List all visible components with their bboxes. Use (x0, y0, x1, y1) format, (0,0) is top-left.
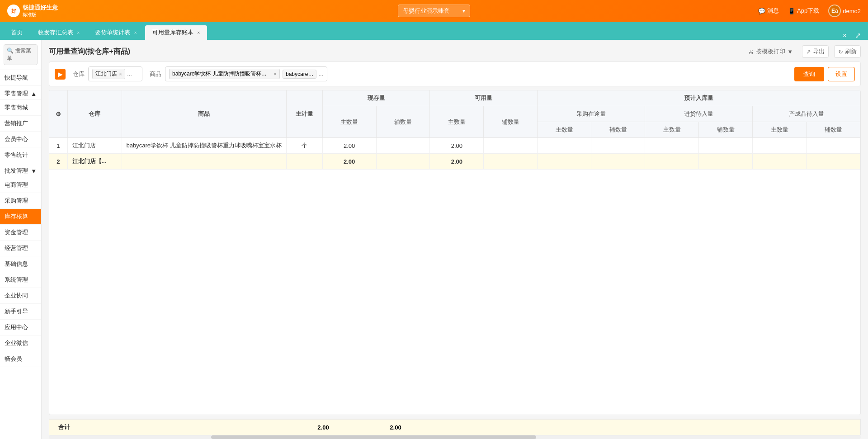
tab-collect-summary[interactable]: 收发存汇总表 × (31, 25, 87, 40)
product-input[interactable]: babycare学饮杯 儿童防摔防撞吸管杯重力球吸嘴杯宝宝水杯 × babyca… (165, 66, 327, 81)
product-tag2: babycare… (283, 70, 316, 79)
sidebar-item-finance[interactable]: 资金管理 (0, 225, 41, 241)
tab-order-stats[interactable]: 要货单统计表 × (88, 25, 144, 40)
close-all-tabs-btn[interactable]: × (839, 32, 850, 40)
table-header-row1: ⚙ 仓库 商品 主计量 现存量 可用量 预计入库量 (49, 90, 860, 106)
printer-icon: 🖨 (748, 48, 754, 55)
remove-product-tag1-btn[interactable]: × (274, 71, 277, 77)
app-logo: 好 畅捷通好生意 标准版 (7, 4, 58, 18)
filter-bar: ▶ 仓库 江北门店 × ... 商品 babycare学饮杯 儿童防摔防撞吸管杯… (49, 61, 861, 86)
top-bar-right: 💬 消息 📱 App下载 Ea demo2 (758, 5, 861, 17)
subtotal-available-main: 2.00 (430, 154, 484, 170)
query-btn[interactable]: 查询 (794, 67, 824, 81)
warehouse-label: 仓库 (73, 70, 85, 78)
logo-icon: 好 (7, 5, 20, 17)
search-menu-btn[interactable]: 🔍 搜索菜单 (4, 44, 38, 65)
sidebar-item-wholesale-mgmt[interactable]: 批发管理 ▼ (0, 163, 41, 177)
row-purchase-main (538, 138, 591, 154)
industry-selector[interactable]: 母婴行业演示账套 ▼ (398, 5, 470, 17)
more-warehouse-btn[interactable]: ... (127, 71, 132, 77)
row-index: 1 (49, 138, 67, 154)
row-stock-aux (376, 138, 430, 154)
available-column-header: 可用量 (430, 90, 538, 106)
subtotal-finished-main (753, 154, 807, 170)
sidebar-item-members[interactable]: 会员中心 (0, 132, 41, 147)
message-btn[interactable]: 💬 消息 (758, 7, 779, 15)
sidebar-item-retail-mall[interactable]: 零售商城 (0, 100, 41, 116)
available-aux-header: 辅数量 (484, 106, 538, 138)
main-table-container: ⚙ 仓库 商品 主计量 现存量 可用量 预计入库量 主数量 辅数量 主数量 辅数… (49, 90, 861, 415)
sidebar-item-purchase-mgmt[interactable]: 采购管理 (0, 193, 41, 209)
tab-available-stock[interactable]: 可用量库存账本 × (145, 25, 207, 40)
sidebar-item-operations[interactable]: 经营管理 (0, 241, 41, 256)
finished-aux-header: 辅数量 (807, 122, 860, 138)
row-purchase-aux (591, 138, 645, 154)
sidebar-item-ecom-mgmt[interactable]: 电商管理 (0, 177, 41, 193)
industry-selector-area: 母婴行业演示账套 ▼ (398, 5, 470, 17)
product-label: 商品 (150, 70, 161, 78)
row-warehouse: 江北门店 (67, 138, 122, 154)
export-icon: ↗ (806, 48, 811, 55)
sidebar-item-quick-nav[interactable]: 快捷导航 (0, 70, 41, 86)
subtotal-product (122, 154, 286, 170)
sidebar-item-enterprise-wechat[interactable]: 企业微信 (0, 335, 41, 351)
filter-actions: 查询 设置 (794, 67, 855, 81)
subtotal-purchase-main (538, 154, 591, 170)
incoming-main-header: 主数量 (645, 122, 699, 138)
subtotal-warehouse: 江北门店【... (67, 154, 122, 170)
remove-warehouse-tag-btn[interactable]: × (119, 71, 122, 77)
sidebar-item-system-mgmt[interactable]: 系统管理 (0, 272, 41, 288)
row-available-main: 2.00 (430, 138, 484, 154)
close-icon[interactable]: × (197, 30, 200, 35)
row-incoming-aux (699, 138, 753, 154)
subtotal-unit (286, 154, 322, 170)
warehouse-input[interactable]: 江北门店 × ... (88, 66, 142, 81)
subtotal-finished-aux (807, 154, 860, 170)
footer-stock-main: 2.00 (305, 424, 341, 431)
tab-home[interactable]: 首页 (4, 25, 30, 40)
app-download-btn[interactable]: 📱 App下载 (788, 7, 819, 15)
sidebar-item-marketing[interactable]: 营销推广 (0, 116, 41, 132)
sidebar-item-retail-mgmt[interactable]: 零售管理 ▲ (0, 86, 41, 100)
sidebar-item-retail-stats[interactable]: 零售统计 (0, 147, 41, 163)
sidebar-item-member-vip[interactable]: 畅会员 (0, 351, 41, 367)
table-footer: 合计 2.00 2.00 (49, 419, 861, 435)
footer-available-main: 2.00 (377, 424, 414, 431)
horizontal-scrollbar[interactable] (49, 435, 861, 439)
sidebar-item-new-guide[interactable]: 新手引导 (0, 304, 41, 320)
more-product-btn[interactable]: ... (318, 71, 323, 77)
forecast-column-header: 预计入库量 (538, 90, 860, 106)
expand-tabs-btn[interactable]: ⤢ (851, 31, 864, 40)
setting-btn[interactable]: 设置 (828, 67, 855, 81)
purchase-aux-header: 辅数量 (591, 122, 645, 138)
main-table: ⚙ 仓库 商品 主计量 现存量 可用量 预计入库量 主数量 辅数量 主数量 辅数… (49, 90, 860, 170)
logo-text-block: 畅捷通好生意 标准版 (23, 4, 58, 18)
app-name: 畅捷通好生意 (23, 4, 58, 12)
row-finished-aux (807, 138, 860, 154)
table-row: 1 江北门店 babycare学饮杯 儿童防摔防撞吸管杯重力球吸嘴杯宝宝水杯 个… (49, 138, 860, 154)
warehouse-column-header: 仓库 (67, 90, 122, 138)
content-area: 可用量查询(按仓库+商品) 🖨 按模板打印 ▼ ↗ 导出 ↻ 刷新 ▶ (42, 40, 868, 439)
scrollbar-thumb[interactable] (211, 435, 536, 439)
sidebar: 🔍 搜索菜单 快捷导航 零售管理 ▲ 零售商城 营销推广 会员中心 零售统计 批… (0, 40, 42, 439)
sidebar-item-enterprise-collab[interactable]: 企业协同 (0, 288, 41, 304)
print-btn[interactable]: 🖨 按模板打印 ▼ (745, 46, 797, 57)
close-icon[interactable]: × (77, 30, 80, 35)
sidebar-item-inventory[interactable]: 库存核算 (0, 209, 41, 225)
settings-column-header[interactable]: ⚙ (49, 90, 67, 138)
refresh-icon: ↻ (838, 48, 843, 55)
chevron-down-icon: ▼ (462, 9, 466, 14)
subtotal-stock-aux (376, 154, 430, 170)
avatar: Ea (828, 5, 841, 17)
subtotal-available-aux (484, 154, 538, 170)
close-icon[interactable]: × (134, 30, 137, 35)
row-unit: 个 (286, 138, 322, 154)
filter-toggle-btn[interactable]: ▶ (55, 69, 66, 80)
sidebar-item-app-center[interactable]: 应用中心 (0, 320, 41, 335)
export-btn[interactable]: ↗ 导出 (802, 45, 829, 58)
sidebar-item-basic-info[interactable]: 基础信息 (0, 256, 41, 272)
user-profile[interactable]: Ea demo2 (828, 5, 861, 17)
row-finished-main (753, 138, 807, 154)
gear-icon: ⚙ (56, 111, 61, 118)
refresh-btn[interactable]: ↻ 刷新 (834, 45, 861, 58)
